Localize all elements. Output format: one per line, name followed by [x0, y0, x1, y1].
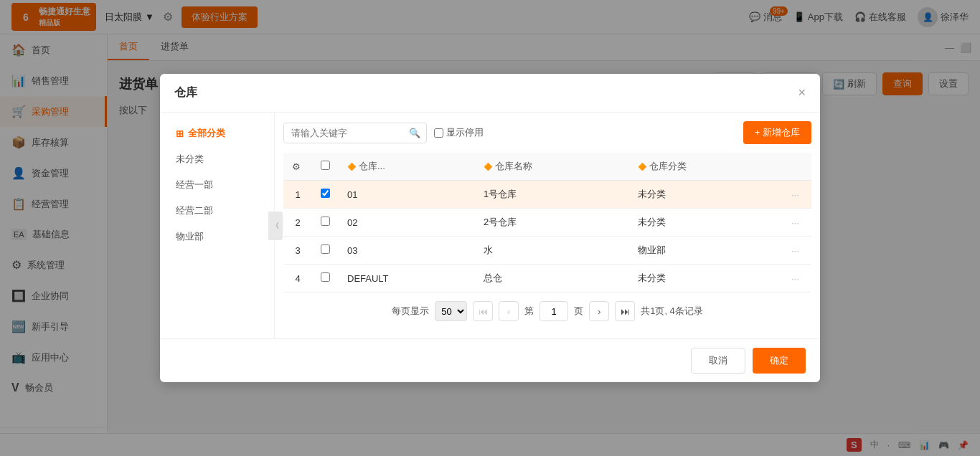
row-more-4[interactable]: ··· — [783, 265, 811, 293]
page-prev-button[interactable]: ‹ — [499, 301, 519, 321]
collapse-sidebar-button[interactable]: 《 — [268, 212, 283, 240]
table-row[interactable]: 4 DEFAULT 总仓 未分类 ··· — [283, 265, 811, 293]
add-warehouse-button[interactable]: + 新增仓库 — [743, 121, 811, 144]
show-disabled-checkbox[interactable] — [434, 128, 443, 138]
table-scroll: ⚙ 🔶 仓库... — [283, 153, 811, 293]
cancel-button[interactable]: 取消 — [691, 348, 745, 374]
sort-name-icon: 🔶 — [484, 163, 492, 171]
select-all-checkbox[interactable] — [321, 161, 330, 170]
row-code-2: 02 — [339, 209, 475, 237]
grid-icon: ⊞ — [176, 128, 184, 139]
search-input[interactable] — [284, 123, 403, 143]
row-num-3: 3 — [283, 237, 312, 265]
col-checkbox — [312, 153, 339, 181]
category-item-uncategorized[interactable]: 未分类 — [169, 147, 265, 171]
row-code-1: 01 — [339, 181, 475, 209]
row-name-2: 2号仓库 — [475, 209, 628, 237]
col-category: 🔶 仓库分类 — [629, 153, 783, 181]
row-category-2: 未分类 — [629, 209, 783, 237]
category-item-ops2[interactable]: 经营二部 — [169, 199, 265, 223]
col-gear: ⚙ — [283, 153, 312, 181]
category-item-ops1[interactable]: 经营一部 — [169, 173, 265, 197]
row-category-4: 未分类 — [629, 265, 783, 293]
row-category-1: 未分类 — [629, 181, 783, 209]
row-name-4: 总仓 — [475, 265, 628, 293]
row-name-3: 水 — [475, 237, 628, 265]
row-more-2[interactable]: ··· — [783, 209, 811, 237]
table-row[interactable]: 2 02 2号仓库 未分类 ··· — [283, 209, 811, 237]
col-more — [783, 153, 811, 181]
row-num-1: 1 — [283, 181, 312, 209]
modal-body: ⊞ 全部分类 未分类 经营一部 经营二部 物业部 《 — [160, 113, 820, 338]
category-item-property[interactable]: 物业部 — [169, 224, 265, 249]
category-all-header[interactable]: ⊞ 全部分类 — [169, 121, 265, 146]
modal-title: 仓库 — [174, 85, 197, 100]
modal-footer: 取消 确定 — [160, 338, 820, 382]
gear-header-icon: ⚙ — [292, 161, 301, 172]
table-area: 🔍 显示停用 + 新增仓库 — [275, 113, 820, 338]
page-last-button[interactable]: ⏭ — [615, 301, 635, 321]
page-next-button[interactable]: › — [589, 301, 609, 321]
search-wrap: 🔍 — [283, 123, 427, 143]
page-unit-label: 页 — [574, 305, 583, 318]
show-disabled-label: 显示停用 — [446, 126, 484, 139]
warehouse-modal: 仓库 × ⊞ 全部分类 未分类 经营一部 经营二部 — [160, 74, 820, 382]
show-disabled-wrap: 显示停用 — [434, 126, 484, 139]
modal-header: 仓库 × — [160, 74, 820, 113]
table-body: 1 01 1号仓库 未分类 ··· 2 02 2 — [283, 181, 811, 293]
row-code-4: DEFAULT — [339, 265, 475, 293]
row-more-3[interactable]: ··· — [783, 237, 811, 265]
table-toolbar: 🔍 显示停用 + 新增仓库 — [283, 121, 811, 144]
col-name: 🔶 仓库名称 — [475, 153, 628, 181]
category-all-label: 全部分类 — [188, 127, 225, 140]
page-total-label: 共1页, 4条记录 — [641, 305, 703, 318]
category-sidebar: ⊞ 全部分类 未分类 经营一部 经营二部 物业部 《 — [160, 113, 275, 338]
search-icon[interactable]: 🔍 — [403, 128, 426, 138]
page-size-label: 每页显示 — [392, 305, 429, 318]
sort-icon: 🔶 — [347, 163, 356, 171]
modal-close-button[interactable]: × — [798, 85, 806, 100]
row-check-4[interactable] — [312, 265, 339, 293]
row-check-1[interactable] — [312, 181, 339, 209]
sort-cat-icon: 🔶 — [638, 163, 646, 171]
modal-overlay: 仓库 × ⊞ 全部分类 未分类 经营一部 经营二部 — [0, 0, 980, 456]
confirm-button[interactable]: 确定 — [753, 348, 806, 374]
table-head: ⚙ 🔶 仓库... — [283, 153, 811, 181]
page-first-button[interactable]: ⏮ — [473, 301, 493, 321]
pagination: 每页显示 50 ⏮ ‹ 第 页 › ⏭ 共1页, 4条记录 — [283, 293, 811, 330]
table-row[interactable]: 3 03 水 物业部 ··· — [283, 237, 811, 265]
page-size-select[interactable]: 50 — [435, 301, 467, 321]
col-code: 🔶 仓库... — [339, 153, 475, 181]
warehouse-table: ⚙ 🔶 仓库... — [283, 153, 811, 293]
row-check-2[interactable] — [312, 209, 339, 237]
row-code-3: 03 — [339, 237, 475, 265]
page-input[interactable] — [540, 301, 568, 321]
row-more-1[interactable]: ··· — [783, 181, 811, 209]
table-row[interactable]: 1 01 1号仓库 未分类 ··· — [283, 181, 811, 209]
row-category-3: 物业部 — [629, 237, 783, 265]
row-name-1: 1号仓库 — [475, 181, 628, 209]
row-check-3[interactable] — [312, 237, 339, 265]
page-label: 第 — [524, 305, 534, 318]
row-num-2: 2 — [283, 209, 312, 237]
row-num-4: 4 — [283, 265, 312, 293]
